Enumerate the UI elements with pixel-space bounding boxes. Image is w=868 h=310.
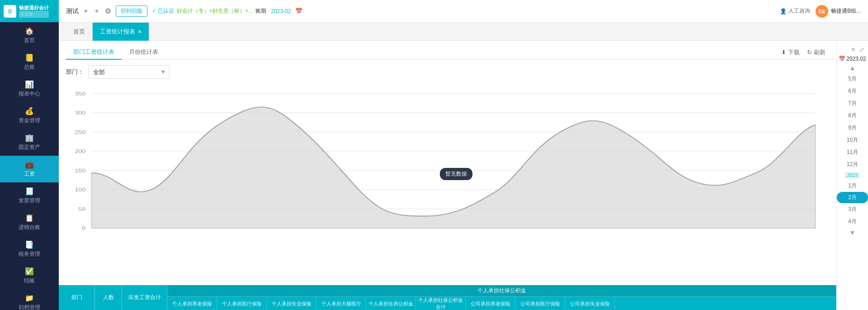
sidebar-item-reports[interactable]: 📊 报表中心 [0, 76, 59, 102]
sidebar-item-label: 资金管理 [19, 117, 40, 124]
col-company-medical: 公司承担医疗保险 [515, 297, 565, 310]
salary-icon: 💼 [25, 160, 34, 169]
col-count: 人数 [95, 285, 122, 310]
sub-tabs: 部门工资统计表 月份统计表 ⬇ 下载 ↻ 刷新 [59, 41, 836, 60]
month-7[interactable]: 7月 [837, 97, 868, 110]
sidebar-item-sales[interactable]: 📋 进销台账 [0, 209, 59, 236]
tab-home[interactable]: 首页 [66, 23, 93, 41]
refresh-icon: ↻ [807, 49, 812, 56]
company-dropdown-icon[interactable]: ▼ [83, 8, 89, 14]
panel-header: ✕ ⤢ [837, 44, 868, 55]
month-6[interactable]: 6月 [837, 85, 868, 97]
period-label: 账期 [255, 7, 266, 15]
sidebar-item-invoice[interactable]: 🧾 发票管理 [0, 182, 59, 209]
calendar-small-icon: 📅 [839, 56, 845, 62]
download-icon: ⬇ [781, 49, 786, 56]
reports-icon: 📊 [25, 80, 34, 89]
support-button[interactable]: 👤 人工咨询 [780, 7, 810, 15]
user-info: CE 畅捷通B组... [816, 5, 861, 18]
main-area: 测试 ▼ ＋ ⚙ 切到旧版 ✓ 已认证 好会计（专）+好生意（标）+... 账期… [59, 0, 868, 310]
username: 畅捷通B组... [831, 7, 861, 15]
month-11[interactable]: 11月 [837, 146, 868, 158]
month-4[interactable]: 4月 [837, 215, 868, 228]
ledger-icon: 📒 [25, 53, 34, 62]
svg-text:200: 200 [75, 148, 85, 154]
dept-select-wrapper: 全部 行政部 财务部 销售部 ▼ [88, 65, 170, 79]
header-settings-icon[interactable]: ⚙ [105, 7, 111, 15]
download-button[interactable]: ⬇ 下载 [781, 48, 800, 57]
logo-text: 畅捷通好会计 专业版 [19, 5, 49, 18]
month-10[interactable]: 10月 [837, 134, 868, 146]
sidebar-item-home[interactable]: 🏠 首页 [0, 22, 59, 49]
prev-arrow[interactable]: ▲ [848, 63, 857, 73]
next-arrow[interactable]: ▼ [848, 228, 857, 238]
month-12[interactable]: 12月 [837, 158, 868, 171]
line-chart: 350 300 250 200 150 100 50 0 [68, 89, 827, 243]
tab-bar: 首页 工资统计报表 × [59, 23, 868, 41]
logo-icon: 云 [4, 5, 16, 18]
support-icon: 👤 [780, 8, 787, 14]
group-cols: 个人承担养老保险 个人承担医疗保险 个人承担失业保险 个人承担大额医疗 个人承担… [167, 297, 836, 310]
dept-label: 部门： [66, 68, 84, 76]
month-1[interactable]: 1月 [837, 180, 868, 192]
sidebar-item-label: 总账 [24, 63, 35, 71]
sidebar-item-label: 工资 [24, 170, 35, 178]
month-5[interactable]: 5月 [837, 73, 868, 85]
year-2023[interactable]: 2023 [844, 172, 860, 179]
sidebar-item-archive[interactable]: 📁 归档管理 [0, 289, 59, 310]
right-panel: ✕ ⤢ 📅 2023.02 ▲ 5月 6月 7月 8月 9月 10月 11月 1… [836, 41, 868, 310]
tax-icon: 📑 [25, 240, 34, 249]
sidebar-item-funds[interactable]: 💰 资金管理 [0, 102, 59, 129]
col-dept: 部门 [59, 285, 95, 310]
sidebar-item-salary[interactable]: 💼 工资 [0, 156, 59, 182]
sub-tab-monthly[interactable]: 月份统计表 [122, 45, 165, 60]
group-title-personal-social: 个人承担社保公积金 [167, 285, 836, 297]
svg-text:350: 350 [75, 91, 85, 96]
close-panel-icon[interactable]: ✕ [851, 46, 856, 53]
app-logo: 云 畅捷通好会计 专业版 [0, 0, 59, 22]
content-main: 部门工资统计表 月份统计表 ⬇ 下载 ↻ 刷新 部门： [59, 41, 836, 310]
sidebar-item-label: 结账 [24, 277, 35, 285]
sidebar-item-tax[interactable]: 📑 税务管理 [0, 236, 59, 262]
svg-text:50: 50 [78, 206, 85, 212]
sidebar-item-label: 首页 [24, 37, 35, 44]
calendar-icon[interactable]: 📅 [295, 8, 302, 14]
svg-text:300: 300 [75, 110, 85, 116]
toolbar: 部门： 全部 行政部 财务部 销售部 ▼ [59, 60, 836, 84]
product-tags: 好会计（专）+好生意（标）+... [177, 7, 253, 15]
svg-text:0: 0 [82, 225, 85, 231]
refresh-button[interactable]: ↻ 刷新 [807, 48, 826, 57]
dept-select[interactable]: 全部 行政部 财务部 销售部 [88, 65, 170, 79]
company-name: 测试 [66, 7, 79, 15]
month-2-selected[interactable]: 2月 [837, 192, 868, 203]
expand-panel-icon[interactable]: ⤢ [859, 46, 864, 53]
svg-text:250: 250 [75, 129, 85, 135]
month-3[interactable]: 3月 [837, 203, 868, 215]
col-salary: 应发工资合计 [122, 285, 167, 310]
svg-text:150: 150 [75, 167, 85, 173]
funds-icon: 💰 [25, 107, 34, 115]
chart-tooltip: 暂无数据 [440, 168, 472, 180]
sub-tab-dept[interactable]: 部门工资统计表 [66, 45, 122, 60]
sidebar-item-assets[interactable]: 🏢 固定资产 [0, 129, 59, 156]
header-tags: ✓ 已认证 好会计（专）+好生意（标）+... 账期 2023-02 📅 [152, 7, 775, 15]
col-personal-medical: 个人承担医疗保险 [217, 297, 267, 310]
archive-icon: 📁 [25, 294, 34, 302]
sidebar-item-ledger[interactable]: 📒 总账 [0, 49, 59, 76]
tab-close-icon[interactable]: × [138, 28, 142, 35]
col-personal-housing-fund: 个人承担住房公积金 [366, 297, 416, 310]
add-icon[interactable]: ＋ [93, 6, 100, 16]
col-personal-total: 个人承担社保公积金合计 [416, 297, 466, 310]
sidebar: 云 畅捷通好会计 专业版 🏠 首页 📒 总账 📊 报表中心 💰 资金管理 🏢 固… [0, 0, 59, 310]
switch-version-button[interactable]: 切到旧版 [116, 5, 147, 17]
current-date-display: 📅 2023.02 [839, 55, 866, 63]
table-header: 部门 人数 应发工资合计 个人承担社保公积金 个人承担养老保险 个人承担医疗保险… [59, 285, 836, 310]
sidebar-item-checkout[interactable]: ✅ 结账 [0, 262, 59, 289]
month-9[interactable]: 9月 [837, 122, 868, 134]
tab-salary-report[interactable]: 工资统计报表 × [93, 23, 149, 41]
month-8[interactable]: 8月 [837, 110, 868, 122]
sidebar-item-label: 报表中心 [19, 90, 40, 98]
invoice-icon: 🧾 [25, 187, 34, 196]
home-icon: 🏠 [25, 27, 34, 35]
col-personal-pension: 个人承担养老保险 [167, 297, 217, 310]
